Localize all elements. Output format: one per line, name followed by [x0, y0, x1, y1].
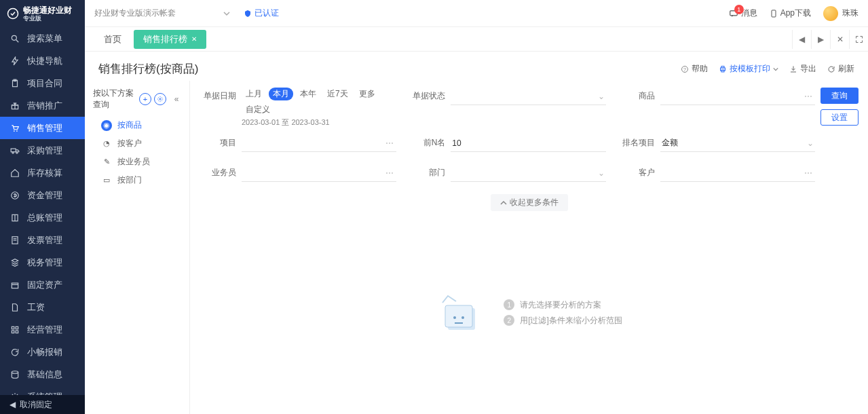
scheme-item-3[interactable]: ▭按部门: [85, 171, 189, 189]
status-input[interactable]: [452, 92, 597, 101]
scheme-collapse-button[interactable]: «: [172, 94, 181, 104]
tabbar: 首页销售排行榜✕ ◀ ▶ ✕: [85, 27, 868, 52]
filter-salesman-label: 业务员: [200, 164, 236, 178]
sidebar-item-11[interactable]: 固定资产: [0, 274, 85, 296]
ellipsis-icon[interactable]: ⋯: [803, 92, 814, 101]
sidebar-item-12[interactable]: 工资: [0, 296, 85, 318]
ellipsis-icon[interactable]: ⋯: [803, 168, 814, 178]
sidebar-item-16[interactable]: 系统管理: [0, 385, 85, 395]
sidebar-item-label: 搜索菜单: [27, 33, 62, 45]
product-input[interactable]: [662, 92, 803, 101]
export-button[interactable]: 导出: [789, 63, 816, 75]
date-tab-0[interactable]: 上月: [242, 88, 266, 100]
sidebar-item-0[interactable]: 搜索菜单: [0, 27, 85, 50]
stack-icon: [10, 257, 20, 268]
tab-next-button[interactable]: ▶: [811, 30, 830, 49]
salesman-input[interactable]: [243, 168, 384, 178]
sidebar-item-13[interactable]: 经营管理: [0, 318, 85, 341]
scheme-header: 按以下方案查询: [93, 88, 139, 111]
salesman-picker[interactable]: ⋯: [242, 164, 396, 182]
tab-1[interactable]: 销售排行榜✕: [134, 30, 206, 49]
topn-input-wrap[interactable]: [451, 134, 605, 152]
sidebar-item-9[interactable]: 发票管理: [0, 229, 85, 251]
collapse-filters-button[interactable]: 收起更多条件: [491, 194, 568, 211]
svg-rect-32: [445, 305, 472, 327]
topn-input[interactable]: [452, 138, 604, 148]
refresh-button[interactable]: 刷新: [827, 63, 854, 75]
print-dropdown[interactable]: 按模板打印: [719, 63, 778, 75]
step-1-badge: 1: [504, 299, 514, 310]
help-button[interactable]: ? 帮助: [681, 63, 708, 75]
sidebar-item-label: 总账管理: [27, 212, 62, 224]
filter-dept-label: 部门: [409, 164, 445, 178]
scheme-settings-button[interactable]: [154, 93, 166, 105]
refresh-label: 刷新: [838, 63, 854, 75]
home-icon: [10, 168, 20, 178]
customer-picker[interactable]: ⋯: [660, 164, 815, 182]
close-icon[interactable]: ✕: [191, 35, 197, 43]
scheme-item-2[interactable]: ✎按业务员: [85, 153, 189, 171]
rankby-input[interactable]: [662, 138, 807, 148]
date-tab-2[interactable]: 本年: [296, 88, 320, 100]
sidebar-item-1[interactable]: 快捷导航: [0, 50, 85, 72]
user-name: 珠珠: [842, 7, 858, 19]
help-icon: ?: [681, 65, 689, 73]
svg-point-30: [159, 98, 162, 100]
scheme-item-0[interactable]: ◉按商品: [85, 116, 189, 134]
date-tab-4[interactable]: 更多: [355, 88, 379, 100]
dept-select[interactable]: ⌄: [451, 164, 605, 182]
date-range-text: 2023-03-01 至 2023-03-31: [242, 117, 396, 128]
filter-date: 单据日期 上月本月本年近7天更多自定义 2023-03-01 至 2023-03…: [200, 88, 396, 128]
scheme-add-button[interactable]: +: [139, 93, 151, 105]
dept-input[interactable]: [452, 168, 597, 178]
sidebar-item-3[interactable]: 营销推广: [0, 94, 85, 117]
user-menu[interactable]: 珠珠: [823, 6, 858, 21]
collapse-label: 收起更多条件: [510, 197, 559, 208]
empty-step-1: 请先选择要分析的方案: [520, 299, 601, 311]
customer-input[interactable]: [662, 168, 803, 178]
project-input[interactable]: [243, 138, 384, 148]
tab-prev-button[interactable]: ◀: [792, 30, 811, 49]
app-download-button[interactable]: App下载: [770, 7, 811, 19]
settings-button[interactable]: 设置: [820, 109, 858, 126]
box-icon: [10, 280, 20, 290]
sidebar-footer-unpin[interactable]: ◀ 取消固定: [0, 395, 85, 414]
db-icon: [10, 369, 20, 380]
product-picker[interactable]: ⋯: [660, 88, 815, 105]
dollar-icon: [10, 190, 20, 201]
sidebar-item-8[interactable]: 总账管理: [0, 206, 85, 229]
ellipsis-icon[interactable]: ⋯: [384, 138, 395, 148]
date-tab-5[interactable]: 自定义: [242, 103, 274, 116]
sidebar-item-10[interactable]: 税务管理: [0, 251, 85, 274]
filter-topn-label: 前N名: [409, 134, 445, 149]
scheme-item-1[interactable]: ◔按客户: [85, 134, 189, 153]
sidebar-item-2[interactable]: 项目合同: [0, 72, 85, 94]
date-tab-3[interactable]: 近7天: [323, 88, 352, 100]
project-picker[interactable]: ⋯: [242, 134, 396, 152]
chevron-up-icon: [500, 200, 507, 206]
export-icon: [789, 65, 797, 73]
sidebar-item-4[interactable]: 销售管理: [0, 117, 85, 139]
date-tab-1[interactable]: 本月: [269, 88, 293, 100]
sidebar-item-15[interactable]: 基础信息: [0, 363, 85, 385]
query-button[interactable]: 查询: [820, 88, 858, 104]
org-name: 好业财专业版演示帐套: [94, 7, 176, 19]
org-selector[interactable]: 好业财专业版演示帐套: [94, 7, 230, 19]
fullscreen-button[interactable]: [849, 30, 868, 49]
sidebar-item-7[interactable]: 资金管理: [0, 184, 85, 206]
messages-button[interactable]: 消息 1: [729, 7, 757, 19]
sidebar-item-6[interactable]: 库存核算: [0, 162, 85, 184]
status-select[interactable]: ⌄: [451, 88, 605, 105]
notification-badge: 1: [734, 5, 744, 14]
scheme-icon: ◉: [101, 120, 112, 131]
sidebar-item-14[interactable]: 小畅报销: [0, 341, 85, 363]
ellipsis-icon[interactable]: ⋯: [384, 168, 395, 178]
tab-label: 首页: [104, 33, 121, 45]
rankby-select[interactable]: ⌄: [660, 134, 815, 152]
tab-close-button[interactable]: ✕: [830, 30, 849, 49]
sidebar-item-5[interactable]: 采购管理: [0, 139, 85, 162]
filter-product: 商品 ⋯: [618, 88, 815, 128]
scheme-item-label: 按业务员: [117, 156, 150, 168]
topbar: 好业财专业版演示帐套 已认证 消息 1: [85, 0, 868, 27]
tab-0[interactable]: 首页: [94, 30, 131, 49]
